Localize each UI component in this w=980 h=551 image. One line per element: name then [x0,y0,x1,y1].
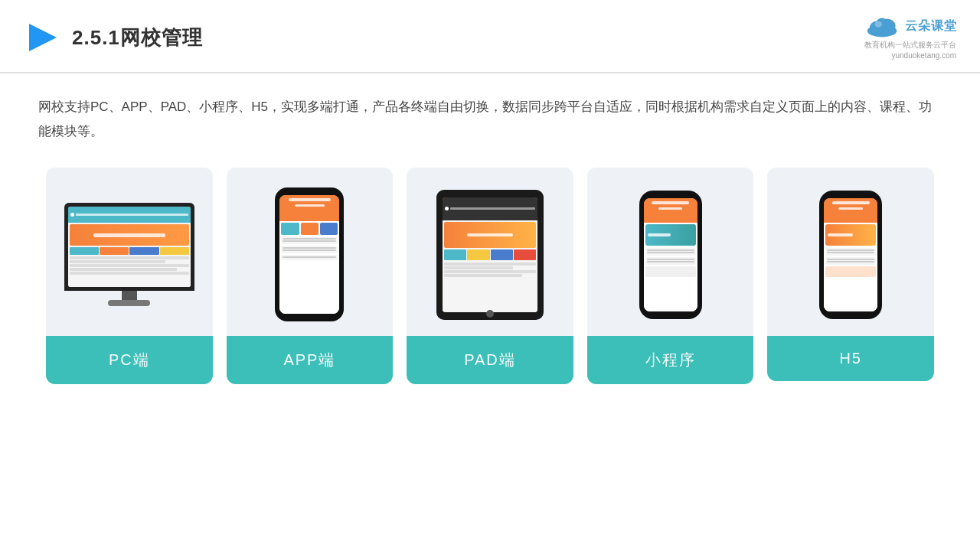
miniprogram-phone-frame [639,191,702,319]
tablet-screen [443,197,537,312]
tablet-button [486,310,494,318]
h5-card: H5 [767,168,934,381]
logo-icon [23,19,60,56]
pc-label: PC端 [46,336,213,384]
cards-container: PC端 [38,168,942,384]
pad-card: PAD端 [407,168,573,384]
miniprogram-label: 小程序 [587,336,754,384]
svg-marker-0 [29,24,57,51]
brand-name: 云朵课堂 [905,18,957,34]
description-text: 网校支持PC、APP、PAD、小程序、H5，实现多端打通，产品各终端自由切换，数… [38,95,942,145]
brand-tagline-line1: 教育机构一站式服务云平台 [864,40,956,51]
app-image-area [227,168,394,336]
pc-monitor [64,203,194,306]
brand-logo: 云朵课堂 [864,14,957,38]
pc-card: PC端 [46,168,213,384]
header: 2.5.1网校管理 云朵课堂 教育机构一站式服务云平台 yunduoketang… [0,0,980,73]
h5-label: H5 [767,336,934,381]
cloud-icon [864,14,900,38]
app-phone-frame [275,187,344,321]
miniprogram-image-area [587,168,754,336]
app-phone-notch [300,191,318,194]
brand-url: yunduoketang.com [864,51,956,61]
page-title: 2.5.1网校管理 [72,24,203,51]
pc-image-area [46,168,213,336]
miniprogram-phone-screen [644,198,697,311]
monitor-neck [122,291,137,300]
monitor-frame [64,203,194,291]
pad-label: PAD端 [407,336,573,384]
tablet-frame [436,190,544,320]
monitor-base [108,300,150,306]
h5-image-area [767,168,934,336]
header-left: 2.5.1网校管理 [23,19,203,56]
svg-point-5 [874,21,882,28]
h5-phone-screen [824,198,877,311]
h5-phone-frame [819,191,882,319]
brand-tagline: 教育机构一站式服务云平台 yunduoketang.com [864,40,956,61]
pad-image-area [407,168,573,336]
app-card: APP端 [227,168,394,384]
miniprogram-card: 小程序 [587,168,754,384]
main-content: 网校支持PC、APP、PAD、小程序、H5，实现多端打通，产品各终端自由切换，数… [0,73,980,399]
monitor-screen [68,207,191,287]
brand-logo-area: 云朵课堂 教育机构一站式服务云平台 yunduoketang.com [864,14,957,61]
app-label: APP端 [227,336,394,384]
app-phone-screen [279,195,339,314]
